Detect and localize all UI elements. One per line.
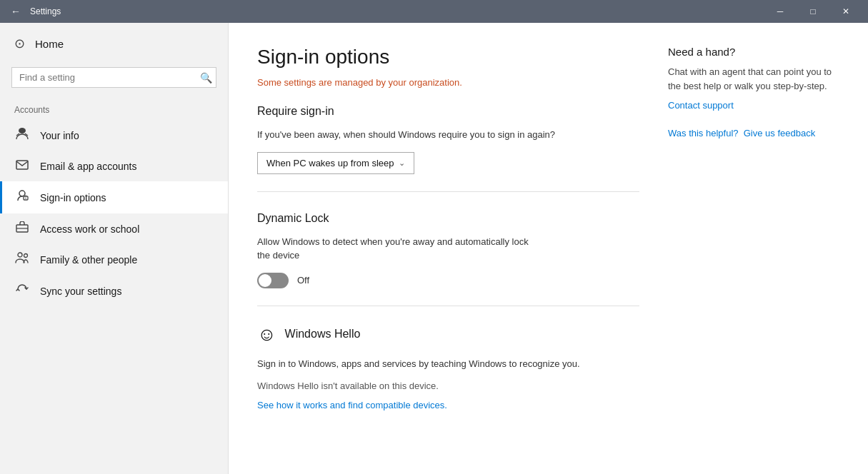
dynamic-lock-title: Dynamic Lock xyxy=(257,212,639,225)
sidebar-home[interactable]: ⊙ Home xyxy=(0,23,228,64)
feedback-link[interactable]: Give us feedback xyxy=(744,128,815,138)
sidebar-item-email-app-accounts[interactable]: Email & app accounts xyxy=(0,151,228,181)
sidebar-item-label: Family & other people xyxy=(40,254,137,266)
require-signin-description: If you've been away, when should Windows… xyxy=(257,128,639,142)
right-panel-helpful: Was this helpful? Give us feedback xyxy=(668,128,839,138)
restore-button[interactable]: □ xyxy=(797,0,829,23)
home-label: Home xyxy=(35,38,64,50)
windows-hello-icon: ☺ xyxy=(257,323,276,346)
page-title: Sign-in options xyxy=(257,46,639,69)
sidebar-item-label: Your info xyxy=(40,130,79,141)
content-left: Sign-in options Some settings are manage… xyxy=(257,46,639,445)
email-icon xyxy=(14,159,30,173)
content-right: Need a hand? Chat with an agent that can… xyxy=(639,46,839,445)
back-button[interactable]: ← xyxy=(6,1,26,21)
svg-point-11 xyxy=(24,254,28,258)
dynamic-lock-description: Allow Windows to detect when you're away… xyxy=(257,235,639,263)
signin-icon xyxy=(14,189,30,206)
org-notice: Some settings are managed by your organi… xyxy=(257,77,639,88)
window-title: Settings xyxy=(30,6,764,16)
require-signin-dropdown[interactable]: When PC wakes up from sleep ⌄ xyxy=(257,152,414,174)
dynamic-lock-toggle[interactable] xyxy=(257,273,289,288)
section-divider-2 xyxy=(257,306,639,306)
svg-rect-3 xyxy=(16,161,28,169)
sync-icon xyxy=(14,283,30,299)
close-button[interactable]: ✕ xyxy=(829,0,862,23)
svg-rect-0 xyxy=(19,128,26,133)
sidebar-section-label: Accounts xyxy=(0,99,228,119)
toggle-label: Off xyxy=(297,275,309,286)
windows-hello-unavailable: Windows Hello isn't available on this de… xyxy=(257,380,639,391)
home-icon: ⊙ xyxy=(14,36,25,51)
main-content: Sign-in options Some settings are manage… xyxy=(229,23,868,474)
right-panel-text: Chat with an agent that can point you to… xyxy=(668,65,839,93)
sidebar-item-access-work-school[interactable]: Access work or school xyxy=(0,213,228,244)
section-divider-1 xyxy=(257,191,639,192)
minimize-button[interactable]: ─ xyxy=(764,0,797,23)
windows-hello-header: ☺ Windows Hello xyxy=(257,323,639,346)
app-body: ⊙ Home 🔍 Accounts Your info xyxy=(0,23,868,474)
window-controls: ─ □ ✕ xyxy=(764,0,862,23)
sidebar-item-family-other[interactable]: Family & other people xyxy=(0,244,228,275)
briefcase-icon xyxy=(14,221,30,236)
sidebar-item-sign-in-options[interactable]: Sign-in options xyxy=(0,181,228,213)
search-box: 🔍 xyxy=(11,67,216,88)
require-signin-title: Require sign-in xyxy=(257,105,639,118)
svg-point-4 xyxy=(19,191,25,196)
user-icon xyxy=(14,127,30,143)
windows-hello-link[interactable]: See how it works and find compatible dev… xyxy=(257,400,447,410)
sidebar-item-your-info[interactable]: Your info xyxy=(0,119,228,151)
sidebar-item-sync-settings[interactable]: Sync your settings xyxy=(0,275,228,307)
helpful-label: Was this helpful? xyxy=(668,128,739,138)
dropdown-arrow-icon: ⌄ xyxy=(399,158,405,168)
sidebar-item-label: Access work or school xyxy=(40,223,139,235)
dropdown-value: When PC wakes up from sleep xyxy=(266,158,394,168)
toggle-knob xyxy=(259,274,271,287)
svg-point-7 xyxy=(25,198,26,199)
windows-hello-description: Sign in to Windows, apps and services by… xyxy=(257,357,639,371)
title-bar: ← Settings ─ □ ✕ xyxy=(0,0,868,23)
windows-hello-title: Windows Hello xyxy=(285,328,361,341)
right-panel-title: Need a hand? xyxy=(668,46,839,58)
sidebar-item-label: Sync your settings xyxy=(40,286,121,297)
family-icon xyxy=(14,252,30,267)
search-input[interactable] xyxy=(11,67,216,88)
sidebar: ⊙ Home 🔍 Accounts Your info xyxy=(0,23,229,474)
sidebar-item-label: Email & app accounts xyxy=(40,161,136,172)
search-icon[interactable]: 🔍 xyxy=(200,72,212,84)
contact-support-link[interactable]: Contact support xyxy=(668,100,839,111)
dynamic-lock-toggle-row: Off xyxy=(257,273,639,288)
svg-point-10 xyxy=(18,253,22,257)
sidebar-item-label: Sign-in options xyxy=(40,192,106,203)
